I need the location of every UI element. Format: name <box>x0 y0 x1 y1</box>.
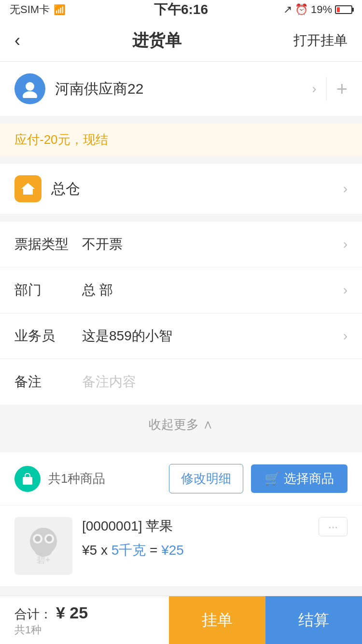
warehouse-name: 总仓 <box>51 179 343 199</box>
form-section: 票据类型 不开票 › 部门 总 部 › 业务员 这是859的小智 › 备注 备注… <box>0 222 362 405</box>
department-label: 部门 <box>14 281 72 299</box>
total-price: ¥25 <box>161 543 184 558</box>
content: 河南供应商22 › + 应付-20元，现结 总仓 › 票据类型 不开票 › 部门… <box>0 62 362 635</box>
svg-point-8 <box>46 536 52 542</box>
svg-point-7 <box>35 536 41 542</box>
page-title: 进货单 <box>132 29 181 52</box>
back-button[interactable]: ‹ <box>14 30 20 51</box>
add-button[interactable]: + <box>336 78 348 100</box>
chevron-right-icon: › <box>312 81 316 97</box>
notice-text: 应付-20元，现结 <box>14 132 108 147</box>
invoice-value: 不开票 <box>72 235 343 253</box>
status-time: 下午6:16 <box>154 0 208 19</box>
battery-label: 19% <box>311 3 332 16</box>
svg-text:碧+: 碧+ <box>37 555 51 565</box>
edit-detail-button[interactable]: 修改明细 <box>169 464 243 493</box>
department-row[interactable]: 部门 总 部 › <box>0 267 362 313</box>
product-header: 共1种商品 修改明细 🛒 选择商品 <box>0 452 362 505</box>
product-icon-wrap <box>14 466 41 492</box>
invoice-row[interactable]: 票据类型 不开票 › <box>0 222 362 267</box>
product-name: [0000001] 苹果 <box>82 517 314 535</box>
chevron-right-icon: › <box>343 282 348 298</box>
open-pending-button[interactable]: 打开挂单 <box>293 31 348 50</box>
product-title: 苹果 <box>146 518 173 533</box>
equals: = <box>150 543 161 558</box>
product-item: 碧+ [0000001] 苹果 ¥5 x 5千克 = ¥25 ··· <box>0 505 362 587</box>
bag-icon <box>20 471 35 487</box>
svg-rect-3 <box>23 477 32 485</box>
product-more-button[interactable]: ··· <box>319 517 348 536</box>
total-section: 合计： ¥ 25 共1种 <box>0 603 169 637</box>
collapse-button[interactable]: 收起更多 ∧ <box>0 405 362 445</box>
supplier-row[interactable]: 河南供应商22 › + <box>0 62 362 116</box>
warehouse-row[interactable]: 总仓 › <box>0 164 362 214</box>
status-right: ↗ ⏰ 19% <box>283 3 352 16</box>
person-icon <box>21 80 39 98</box>
status-left: 无SIM卡 📶 <box>10 2 66 17</box>
notice-bar: 应付-20元，现结 <box>0 124 362 156</box>
warehouse-icon <box>14 175 42 202</box>
product-section: 共1种商品 修改明细 🛒 选择商品 碧+ <box>0 452 362 587</box>
divider <box>326 77 327 101</box>
hold-button[interactable]: 挂单 <box>169 596 265 644</box>
chevron-right-icon: › <box>343 237 348 252</box>
bottom-bar: 合计： ¥ 25 共1种 挂单 结算 <box>0 596 362 644</box>
svg-point-0 <box>26 82 34 91</box>
supplier-section: 河南供应商22 › + <box>0 62 362 116</box>
direction-icon: ↗ <box>283 3 292 16</box>
supplier-name: 河南供应商22 <box>55 79 312 99</box>
total-label: 合计： <box>14 606 52 623</box>
chevron-right-icon: › <box>343 181 348 196</box>
select-product-button[interactable]: 🛒 选择商品 <box>251 464 348 493</box>
svg-point-1 <box>23 91 37 98</box>
total-amount: ¥ 25 <box>56 603 88 622</box>
price-x: x <box>101 543 111 558</box>
wifi-icon: 📶 <box>54 4 66 15</box>
checkout-button[interactable]: 结算 <box>265 596 362 644</box>
product-info: [0000001] 苹果 ¥5 x 5千克 = ¥25 <box>82 517 314 560</box>
alarm-icon: ⏰ <box>295 3 308 16</box>
home-icon <box>20 181 36 196</box>
salesperson-label: 业务员 <box>14 327 72 345</box>
product-id: [0000001] <box>82 518 142 533</box>
battery-icon <box>335 5 352 14</box>
remark-label: 备注 <box>14 373 72 391</box>
salesperson-value: 这是859的小智 <box>72 327 343 345</box>
quantity: 5千克 <box>111 543 146 558</box>
select-product-label: 选择商品 <box>284 470 334 487</box>
battery-fill <box>337 7 340 12</box>
remark-row[interactable]: 备注 备注内容 <box>0 359 362 405</box>
product-thumb-icon: 碧+ <box>22 524 65 568</box>
total-row: 合计： ¥ 25 <box>14 603 154 623</box>
department-value: 总 部 <box>72 281 343 299</box>
total-count: 共1种 <box>14 623 154 637</box>
product-thumbnail: 碧+ <box>14 517 72 575</box>
cart-icon: 🛒 <box>265 471 280 486</box>
chevron-right-icon: › <box>343 328 348 344</box>
invoice-label: 票据类型 <box>14 235 72 253</box>
remark-input[interactable]: 备注内容 <box>72 373 348 391</box>
product-count: 共1种商品 <box>48 470 169 487</box>
unit-price: ¥5 <box>82 543 97 558</box>
status-bar: 无SIM卡 📶 下午6:16 ↗ ⏰ 19% <box>0 0 362 19</box>
svg-marker-2 <box>21 183 35 195</box>
supplier-avatar <box>14 73 45 104</box>
nav-bar: ‹ 进货单 打开挂单 <box>0 19 362 62</box>
network-label: 无SIM卡 <box>10 2 50 17</box>
product-price: ¥5 x 5千克 = ¥25 <box>82 541 314 560</box>
salesperson-row[interactable]: 业务员 这是859的小智 › <box>0 313 362 359</box>
